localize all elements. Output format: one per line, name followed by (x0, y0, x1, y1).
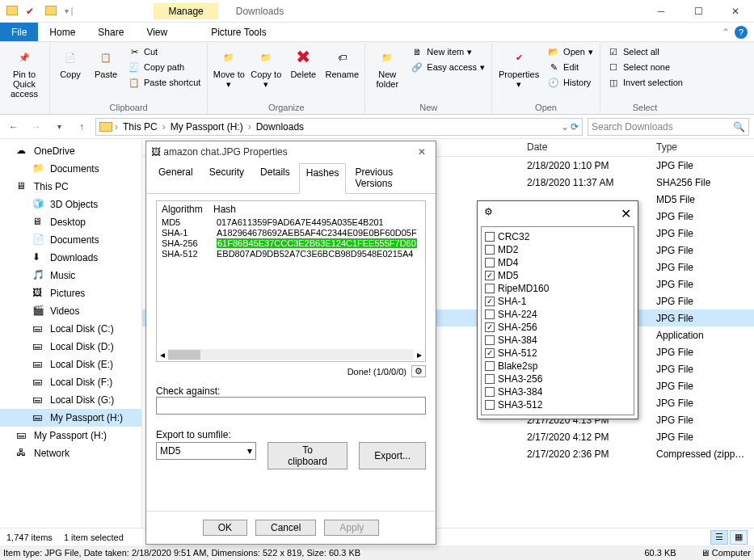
maximize-button[interactable]: ☐ (680, 0, 717, 23)
tab-file[interactable]: File (0, 23, 38, 41)
apply-button[interactable]: Apply (324, 520, 379, 536)
settings-icon[interactable]: ⚙ (411, 365, 426, 377)
up-button[interactable]: ↑ (73, 118, 91, 136)
navpane-item[interactable]: 🖴Local Disk (E:) (0, 356, 141, 373)
copy-to-button[interactable]: 📁Copy to ▾ (250, 45, 282, 89)
new-item-button[interactable]: 🗎New item ▾ (409, 45, 487, 58)
navpane-item[interactable]: 🎵Music (0, 267, 141, 284)
hash-option[interactable]: CRC32 (485, 230, 630, 243)
cut-button[interactable]: ✂Cut (126, 45, 202, 58)
breadcrumb-this-pc[interactable]: This PC (120, 121, 160, 133)
rename-button[interactable]: 🏷Rename (324, 45, 360, 79)
paste-button[interactable]: 📋Paste (91, 45, 121, 79)
qat-undo-icon[interactable] (45, 6, 57, 17)
hash-row[interactable]: SHA-25661F86B45E37CCC3E2B63E124C1FEE555F… (157, 238, 425, 249)
minimize-button[interactable]: ─ (642, 0, 680, 23)
breadcrumb-drive[interactable]: My Passport (H:) (168, 121, 246, 133)
to-clipboard-button[interactable]: To clipboard (267, 442, 348, 469)
hash-option[interactable]: ✓SHA-256 (485, 321, 630, 334)
navpane-item[interactable]: 📁Documents (0, 160, 141, 178)
qat-save-icon[interactable]: ✔ (26, 6, 37, 17)
recent-locations-button[interactable]: ▾ (50, 118, 68, 136)
invert-selection-button[interactable]: ◫Invert selection (605, 76, 684, 89)
copy-button[interactable]: 📄Copy (55, 45, 86, 79)
copy-path-button[interactable]: 🧾Copy path (126, 61, 202, 74)
paste-shortcut-button[interactable]: 📋Paste shortcut (126, 76, 202, 89)
hash-row[interactable]: SHA-512EBD807AD9DB52A7C3E6BCB98D9548E021… (157, 249, 425, 259)
properties-button[interactable]: ✔Properties ▾ (497, 45, 541, 89)
edit-button[interactable]: ✎Edit (545, 61, 595, 74)
new-folder-button[interactable]: 📁New folder (370, 45, 404, 89)
hash-option[interactable]: RipeMD160 (485, 282, 630, 295)
view-details-button[interactable]: ☰ (710, 530, 728, 545)
properties-dialog[interactable]: 🖼 amazon chat.JPG Properties ✕ GeneralSe… (145, 141, 436, 545)
hash-option[interactable]: SHA3-512 (485, 398, 630, 411)
navpane-item[interactable]: 🖴Local Disk (F:) (0, 373, 141, 391)
hash-option[interactable]: MD2 (485, 243, 630, 256)
select-all-button[interactable]: ☑Select all (605, 45, 684, 58)
navpane-item[interactable]: 🎬Videos (0, 302, 141, 320)
hash-scrollbar[interactable]: ◂▸ (157, 348, 425, 361)
hash-option[interactable]: SHA-224 (485, 308, 630, 321)
navpane-item[interactable]: 🖴Local Disk (C:) (0, 320, 141, 338)
export-format-select[interactable]: MD5▾ (156, 442, 256, 460)
addr-dropdown-icon[interactable]: ⌄ (561, 121, 569, 133)
hash-option[interactable]: SHA3-384 (485, 385, 630, 398)
address-bar[interactable]: › This PC› My Passport (H:)› Downloads ⌄… (95, 118, 583, 136)
navpane-item[interactable]: 🖴My Passport (H:) (0, 409, 141, 427)
tab-share[interactable]: Share (86, 23, 135, 41)
history-button[interactable]: 🕘History (545, 76, 595, 89)
export-button[interactable]: Export... (359, 442, 426, 469)
navpane-item[interactable]: 🖴Local Disk (G:) (0, 391, 141, 409)
open-button[interactable]: 📂Open ▾ (545, 45, 595, 58)
ok-button[interactable]: OK (203, 520, 247, 536)
navigation-pane[interactable]: ☁OneDrive📁Documents🖥This PC🧊3D Objects🖥D… (0, 139, 142, 541)
hash-table[interactable]: AlgorithmHash MD5017A611359F9AD6A7E4495A… (156, 200, 426, 362)
hash-options-popup[interactable]: ⚙ ✕ CRC32MD2MD4✓MD5RipeMD160✓SHA-1SHA-22… (477, 200, 638, 419)
search-input[interactable]: Search Downloads 🔍 (588, 118, 749, 136)
dlg-tabs[interactable]: GeneralSecurityDetailsHashesPrevious Ver… (146, 162, 436, 194)
forward-button[interactable]: → (27, 118, 45, 136)
navpane-item[interactable]: ⬇Downloads (0, 249, 141, 267)
hash-option[interactable]: ✓MD5 (485, 269, 630, 282)
easy-access-button[interactable]: 🔗Easy access ▾ (409, 61, 487, 74)
breadcrumb-folder[interactable]: Downloads (254, 121, 306, 133)
tab-picture-tools[interactable]: Picture Tools (200, 23, 277, 41)
check-against-input[interactable] (156, 397, 426, 415)
dlg-tab[interactable]: General (151, 162, 200, 193)
navpane-item[interactable]: 🖼Pictures (0, 284, 141, 302)
context-tab-manage[interactable]: Manage (154, 3, 217, 19)
dlg-tab[interactable]: Previous Versions (348, 162, 431, 193)
move-to-button[interactable]: 📁Move to ▾ (213, 45, 245, 89)
popup-close-button[interactable]: ✕ (621, 206, 631, 221)
navpane-item[interactable]: 🖥Desktop (0, 213, 141, 231)
dlg-close-button[interactable]: ✕ (413, 146, 431, 158)
hash-option[interactable]: MD4 (485, 256, 630, 269)
cancel-button[interactable]: Cancel (255, 520, 316, 536)
dlg-tab[interactable]: Details (253, 162, 297, 193)
hash-option[interactable]: Blake2sp (485, 360, 630, 373)
hash-row[interactable]: SHA-1A182964678692AEB5AF4C2344E09E0BF60D… (157, 228, 425, 238)
navpane-item[interactable]: 🖴Local Disk (D:) (0, 338, 141, 356)
collapse-ribbon-icon[interactable]: ⌃ (722, 27, 730, 38)
dlg-tab[interactable]: Hashes (299, 163, 347, 194)
navpane-item[interactable]: ☁OneDrive (0, 142, 141, 160)
help-icon[interactable]: ? (735, 26, 748, 39)
delete-button[interactable]: ✖Delete (287, 45, 319, 79)
tab-home[interactable]: Home (38, 23, 86, 41)
hash-option[interactable]: ✓SHA-1 (485, 295, 630, 308)
navpane-item[interactable]: 📄Documents (0, 231, 141, 249)
hash-option[interactable]: SHA-384 (485, 334, 630, 347)
qat-dropdown-icon[interactable]: ▾ | (65, 6, 73, 15)
dlg-tab[interactable]: Security (202, 162, 251, 193)
hash-option[interactable]: ✓SHA-512 (485, 347, 630, 360)
select-none-button[interactable]: ☐Select none (605, 61, 684, 74)
navpane-item[interactable]: 🖥This PC (0, 178, 141, 196)
refresh-icon[interactable]: ⟳ (571, 121, 579, 133)
close-button[interactable]: ✕ (717, 0, 754, 23)
back-button[interactable]: ← (5, 118, 23, 136)
hash-option[interactable]: SHA3-256 (485, 373, 630, 385)
view-icons-button[interactable]: ▦ (730, 530, 748, 545)
tab-view[interactable]: View (135, 23, 179, 41)
hash-row[interactable]: MD5017A611359F9AD6A7E4495A035E4B201 (157, 217, 425, 228)
